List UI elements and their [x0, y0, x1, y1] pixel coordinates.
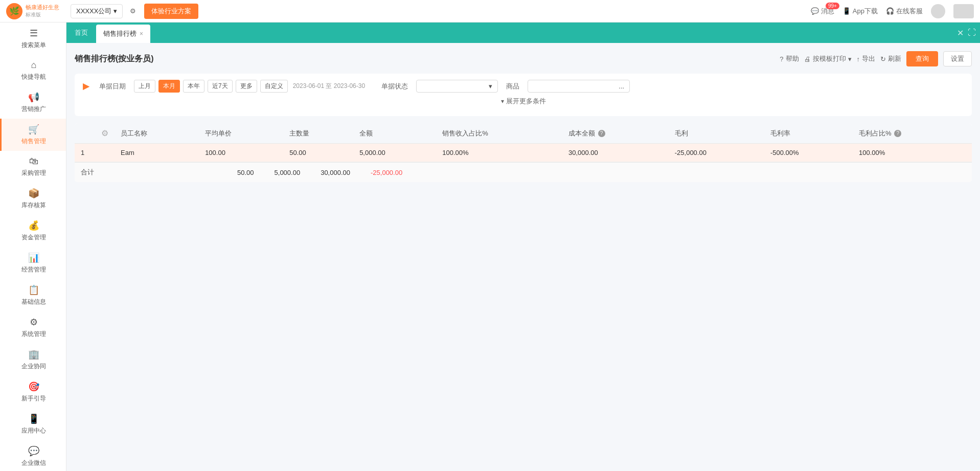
print-dropdown-icon: ▾ — [848, 55, 852, 63]
company-name: XXXXX公司 — [76, 7, 111, 16]
date-btn-last-month[interactable]: 上月 — [134, 80, 155, 93]
cell-index: 1 — [75, 144, 95, 162]
cell-quantity: 50.00 — [283, 144, 353, 162]
title-actions: ? 帮助 🖨 按模板打印 ▾ ↑ 导出 ↻ — [780, 51, 972, 66]
close-window-icon[interactable]: ✕ — [957, 28, 964, 38]
maximize-icon[interactable]: ⛶ — [968, 28, 976, 37]
tab-home[interactable]: 首页 — [66, 23, 96, 43]
col-cost: 成本全额 ? — [562, 123, 669, 144]
message-icon: 💬 — [811, 7, 819, 15]
query-button[interactable]: 查询 — [906, 51, 938, 66]
filter-card: ▶ 单据日期 上月 本月 本年 近7天 更多 自定义 2023-06-01 至 … — [75, 74, 972, 116]
settings-icon-btn[interactable]: ⚙ — [126, 4, 140, 18]
set-button[interactable]: 设置 — [943, 51, 972, 66]
marketing-icon: 📢 — [28, 92, 39, 103]
help-label: 帮助 — [786, 54, 799, 63]
gross-pct-info-icon[interactable]: ? — [894, 130, 901, 137]
footer-quantity: 50.00 — [237, 169, 254, 176]
sidebar-item-marketing[interactable]: 📢 营销推广 — [0, 86, 66, 119]
date-filters: 上月 本月 本年 近7天 更多 自定义 2023-06-01 至 2023-06… — [134, 80, 365, 93]
chevron-down-icon: ▾ — [113, 7, 117, 15]
table-footer: 合计 50.00 5,000.00 30,000.00 -25,000.00 — [75, 162, 972, 182]
date-btn-this-year[interactable]: 本年 — [183, 80, 204, 93]
company-selector[interactable]: XXXXX公司 ▾ — [71, 4, 123, 18]
date-range-display: 2023-06-01 至 2023-06-30 — [293, 82, 365, 91]
phone-icon: 📱 — [842, 7, 851, 15]
logo-area: 🌿 畅康通好生意 标准版 — [6, 3, 66, 19]
status-select[interactable]: ▾ — [416, 80, 498, 93]
cell-avg-price: 100.00 — [199, 144, 283, 162]
filter-expand-arrow[interactable]: ▶ — [83, 81, 89, 91]
col-sales-pct: 销售收入占比% — [436, 123, 562, 144]
help-button[interactable]: ? 帮助 — [780, 54, 799, 63]
app-container: 🌿 畅康通好生意 标准版 XXXXX公司 ▾ ⚙ 体验行业方案 💬 消息 99+… — [0, 0, 980, 471]
online-service-button[interactable]: 🎧 在线客服 — [886, 7, 923, 16]
print-label: 按模板打印 — [813, 54, 846, 63]
date-btn-this-month[interactable]: 本月 — [158, 80, 180, 93]
online-service-label: 在线客服 — [896, 7, 923, 16]
col-gross-pct: 毛利占比% ? — [853, 123, 972, 144]
sidebar-item-quick-nav[interactable]: ⌂ 快捷导航 — [0, 55, 66, 86]
sidebar-item-basic-info[interactable]: 📋 基础信息 — [0, 279, 66, 311]
sidebar-item-finance[interactable]: 💰 资金管理 — [0, 215, 66, 247]
date-label: 单据日期 — [99, 82, 126, 91]
col-settings[interactable]: ⚙ — [95, 123, 115, 144]
finance-icon: 💰 — [28, 220, 39, 231]
sidebar-label-guide: 新手引导 — [21, 394, 46, 403]
cell-settings — [95, 144, 115, 162]
wechat-icon: 💬 — [28, 445, 39, 457]
sidebar-item-search-menu[interactable]: ☰ 搜索菜单 — [0, 23, 66, 55]
tab-close-icon[interactable]: × — [140, 30, 143, 37]
refresh-label: 刷新 — [888, 54, 901, 63]
sidebar-item-guide[interactable]: 🎯 新手引导 — [0, 376, 66, 408]
basic-info-icon: 📋 — [28, 284, 39, 296]
sidebar-item-inventory[interactable]: 📦 库存核算 — [0, 183, 66, 215]
goods-input[interactable]: ... — [528, 80, 630, 93]
data-table: ⚙ 员工名称 平均单价 主数量 全额 销售收入占比% 成本全额 ? — [75, 123, 972, 162]
sidebar-item-purchase[interactable]: 🛍 采购管理 — [0, 151, 66, 183]
sidebar-item-system[interactable]: ⚙ 系统管理 — [0, 311, 66, 344]
date-btn-7days[interactable]: 近7天 — [208, 80, 233, 93]
sidebar-item-enterprise[interactable]: 🏢 企业协同 — [0, 344, 66, 376]
search-menu-icon: ☰ — [30, 28, 38, 39]
status-chevron-icon: ▾ — [489, 82, 492, 90]
cost-info-icon[interactable]: ? — [598, 130, 605, 137]
sidebar-label-purchase: 采购管理 — [21, 169, 46, 177]
user-avatar[interactable] — [931, 4, 945, 18]
table-body: 1 Eam 100.00 50.00 5,000.00 100.00% 30,0… — [75, 144, 972, 162]
cell-gross: -25,000.00 — [669, 144, 764, 162]
cell-cost: 30,000.00 — [562, 144, 669, 162]
settings-col-icon[interactable]: ⚙ — [101, 129, 108, 138]
status-label: 单据状态 — [381, 82, 408, 91]
refresh-icon: ↻ — [880, 55, 886, 63]
export-icon: ↑ — [857, 55, 860, 63]
cell-amount: 5,000.00 — [353, 144, 436, 162]
refresh-button[interactable]: ↻ 刷新 — [880, 54, 901, 63]
operations-icon: 📊 — [28, 252, 39, 263]
logo-text: 畅康通好生意 — [26, 4, 59, 11]
sidebar-label-operations: 经营管理 — [21, 265, 46, 274]
sidebar-item-app-center[interactable]: 📱 应用中心 — [0, 408, 66, 440]
date-btn-more[interactable]: 更多 — [236, 80, 257, 93]
sidebar-label-system: 系统管理 — [21, 330, 46, 339]
export-button[interactable]: ↑ 导出 — [857, 54, 876, 63]
print-button[interactable]: 🖨 按模板打印 ▾ — [804, 54, 852, 63]
sidebar-item-operations[interactable]: 📊 经营管理 — [0, 247, 66, 279]
user-name-display — [953, 4, 974, 18]
tab-sales-ranking[interactable]: 销售排行榜 × — [96, 25, 150, 43]
export-label: 导出 — [862, 54, 875, 63]
goods-label: 商品 — [506, 82, 519, 91]
inventory-icon: 📦 — [28, 188, 39, 199]
app-download-button[interactable]: 📱 App下载 — [842, 7, 878, 16]
col-quantity: 主数量 — [283, 123, 353, 144]
sidebar-label-sales: 销售管理 — [21, 137, 46, 146]
sidebar-item-wechat[interactable]: 💬 企业微信 — [0, 440, 66, 471]
enterprise-icon: 🏢 — [28, 349, 39, 360]
industry-button[interactable]: 体验行业方案 — [144, 4, 198, 19]
footer-cost: 30,000.00 — [321, 169, 350, 176]
col-gross: 毛利 — [669, 123, 764, 144]
message-button[interactable]: 💬 消息 99+ — [811, 7, 834, 16]
expand-more-conditions[interactable]: ▾ 展开更多条件 — [83, 93, 964, 110]
date-btn-custom[interactable]: 自定义 — [260, 80, 288, 93]
sidebar-item-sales[interactable]: 🛒 销售管理 — [0, 119, 66, 151]
